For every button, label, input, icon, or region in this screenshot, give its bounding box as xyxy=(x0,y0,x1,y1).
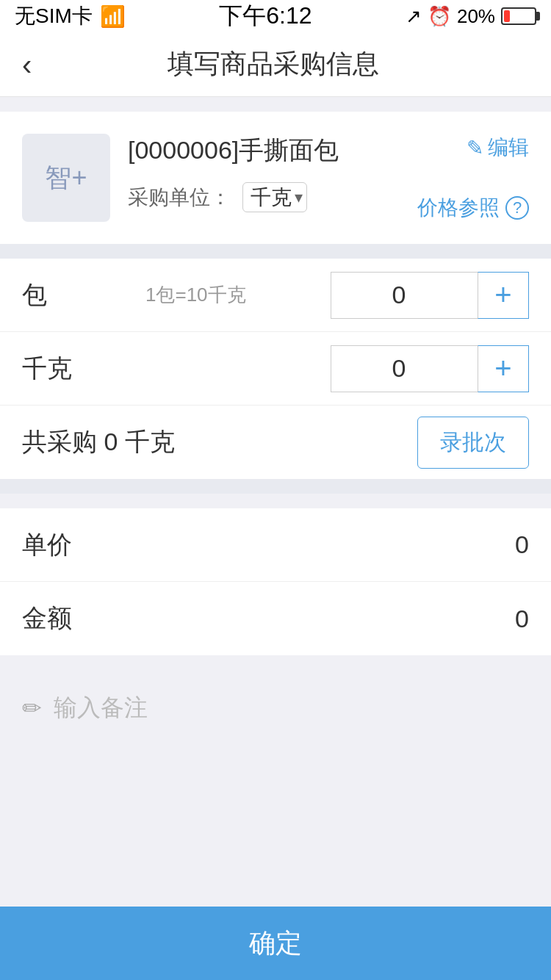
status-bar: 无SIM卡 📶 下午6:12 ↗ ⏰ 20% xyxy=(0,0,551,32)
product-image-text: 智+ xyxy=(45,160,87,196)
package-plus-button[interactable]: + xyxy=(478,272,529,319)
product-edit-button[interactable]: ✎ 编辑 xyxy=(467,134,529,162)
package-input[interactable] xyxy=(331,272,478,319)
battery-percent: 20% xyxy=(457,5,495,28)
kilogram-plus-button[interactable]: + xyxy=(478,345,529,392)
divider-1 xyxy=(0,244,551,259)
notes-section[interactable]: ✏ 输入备注 xyxy=(0,670,551,746)
notes-icon: ✏ xyxy=(22,694,42,722)
unit-select-wrap[interactable]: 千克 xyxy=(242,182,307,212)
price-section: 单价 0 金额 0 xyxy=(0,508,551,655)
amount-label: 金额 xyxy=(22,602,515,635)
product-card: 智+ [0000006]手撕面包 采购单位： 千克 ✎ 编辑 价格参照 ? xyxy=(0,112,551,244)
unit-price-label: 单价 xyxy=(22,528,515,562)
kilogram-quantity-box: + xyxy=(331,345,529,392)
page-title: 填写商品采购信息 xyxy=(46,46,500,82)
amount-row: 金额 0 xyxy=(0,582,551,655)
summary-row: 共采购 0 千克 录批次 xyxy=(0,406,551,479)
summary-text: 共采购 0 千克 xyxy=(22,425,417,459)
back-button[interactable]: ‹ xyxy=(22,50,32,79)
battery-icon xyxy=(501,7,536,25)
notes-placeholder: 输入备注 xyxy=(54,692,148,724)
package-label: 包 xyxy=(22,278,140,312)
input-section: 包 1包=10千克 + 千克 + xyxy=(0,259,551,406)
package-quantity-box: + xyxy=(331,272,529,319)
alarm-icon: ⏰ xyxy=(428,5,451,28)
product-image: 智+ xyxy=(22,134,110,222)
price-ref-button[interactable]: 价格参照 ? xyxy=(417,194,529,222)
package-row: 包 1包=10千克 + xyxy=(0,259,551,332)
kilogram-row: 千克 + xyxy=(0,332,551,406)
unit-price-value: 0 xyxy=(515,530,529,559)
batch-button[interactable]: 录批次 xyxy=(417,417,529,469)
unit-price-row: 单价 0 xyxy=(0,508,551,582)
kilogram-input[interactable] xyxy=(331,345,478,392)
edit-icon: ✎ xyxy=(467,136,483,160)
location-icon: ↗ xyxy=(406,5,422,28)
confirm-button[interactable]: 确定 xyxy=(0,907,551,980)
confirm-label: 确定 xyxy=(249,926,302,962)
kilogram-label: 千克 xyxy=(22,352,140,386)
status-left: 无SIM卡 📶 xyxy=(15,2,126,30)
price-ref-label: 价格参照 xyxy=(417,194,500,222)
nav-bar: ‹ 填写商品采购信息 xyxy=(0,32,551,97)
edit-label: 编辑 xyxy=(488,134,529,162)
unit-label: 采购单位： xyxy=(128,184,231,212)
unit-select[interactable]: 千克 xyxy=(242,182,307,212)
help-icon: ? xyxy=(505,196,529,220)
carrier-label: 无SIM卡 xyxy=(15,2,93,30)
status-right: ↗ ⏰ 20% xyxy=(406,5,536,28)
time-label: 下午6:12 xyxy=(219,0,311,32)
package-sublabel: 1包=10千克 xyxy=(145,282,246,308)
wifi-icon: 📶 xyxy=(100,4,126,29)
amount-value: 0 xyxy=(515,605,529,633)
divider-2 xyxy=(0,479,551,494)
